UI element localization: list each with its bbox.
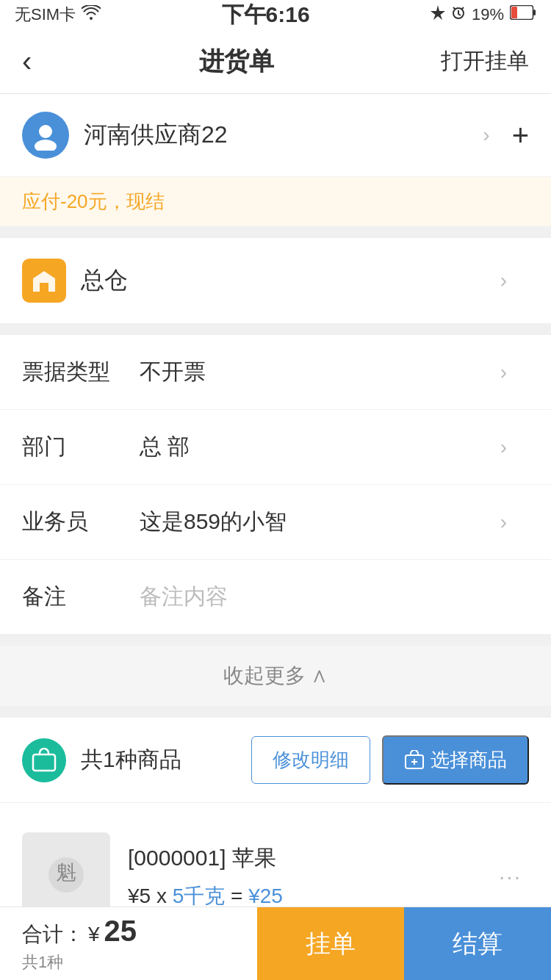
select-product-label: 选择商品 xyxy=(431,747,507,773)
product-section: 共1种商品 修改明细 选择商品 魁 [0000001] 苹果 ¥5 xyxy=(0,718,551,938)
svg-rect-6 xyxy=(40,283,48,292)
back-button[interactable]: ‹ xyxy=(22,45,32,78)
invoice-type-value: 不开票 xyxy=(125,357,500,387)
checkout-button[interactable]: 结算 xyxy=(404,907,551,980)
remark-row[interactable]: 备注 备注内容 xyxy=(0,559,551,634)
department-chevron-icon: › xyxy=(500,436,507,459)
page-title: 进货单 xyxy=(199,45,274,79)
form-section: 票据类型 不开票 › 部门 总 部 › 业务员 这是859的小智 › 备注 备注… xyxy=(0,335,551,634)
notice-text: 应付-20元，现结 xyxy=(22,190,165,212)
supplier-chevron-icon: › xyxy=(483,123,489,147)
invoice-type-row[interactable]: 票据类型 不开票 › xyxy=(0,335,551,409)
invoice-type-chevron-icon: › xyxy=(500,361,507,384)
wifi-icon xyxy=(82,5,101,24)
product-price: ¥5 x 5千克 = ¥25 xyxy=(128,882,491,910)
total-label: 合计： xyxy=(22,920,84,948)
salesperson-label: 业务员 xyxy=(22,507,125,537)
product-total: ¥25 xyxy=(248,884,283,907)
status-left: 无SIM卡 xyxy=(15,4,101,26)
product-count: 共1种商品 xyxy=(81,745,251,775)
warehouse-chevron-icon: › xyxy=(500,269,507,292)
status-time: 下午6:16 xyxy=(222,0,310,30)
product-name: [0000001] 苹果 xyxy=(128,843,491,873)
product-more-button[interactable]: ··· xyxy=(491,857,529,896)
add-button[interactable]: + xyxy=(512,119,529,152)
status-right: 19% xyxy=(431,5,536,24)
supplier-row[interactable]: 河南供应商22 › + xyxy=(0,94,551,177)
product-info: [0000001] 苹果 ¥5 x 5千克 = ¥25 xyxy=(128,843,491,910)
svg-rect-3 xyxy=(533,10,536,15)
total-amount: 25 xyxy=(104,915,137,948)
invoice-type-label: 票据类型 xyxy=(22,357,125,387)
remark-value: 备注内容 xyxy=(125,582,529,612)
svg-point-5 xyxy=(35,140,57,151)
svg-rect-2 xyxy=(511,7,517,18)
remark-label: 备注 xyxy=(22,582,125,612)
department-label: 部门 xyxy=(22,432,125,462)
battery-text: 19% xyxy=(472,5,504,24)
total-currency: ¥ xyxy=(88,923,100,946)
warehouse-icon xyxy=(22,259,66,303)
salesperson-chevron-icon: › xyxy=(500,511,507,534)
carrier-text: 无SIM卡 xyxy=(15,4,76,26)
open-pending-button[interactable]: 打开挂单 xyxy=(441,46,529,76)
supplier-avatar xyxy=(22,112,69,159)
total-sub: 共1种 xyxy=(22,951,235,973)
warehouse-section: 总仓 › xyxy=(0,238,551,323)
status-bar: 无SIM卡 下午6:16 19% xyxy=(0,0,551,29)
svg-rect-7 xyxy=(33,754,55,771)
alarm-icon xyxy=(451,5,466,24)
warehouse-name: 总仓 xyxy=(81,264,500,297)
collapse-button[interactable]: 收起更多 ∧ xyxy=(0,646,551,706)
battery-icon xyxy=(510,5,536,24)
edit-detail-button[interactable]: 修改明细 xyxy=(251,736,370,784)
total-main: 合计： ¥ 25 xyxy=(22,915,235,948)
location-icon xyxy=(431,5,445,24)
notice-bar: 应付-20元，现结 xyxy=(0,177,551,226)
salesperson-value: 这是859的小智 xyxy=(125,507,500,537)
department-value: 总 部 xyxy=(125,432,500,462)
product-quantity: 5千克 xyxy=(173,884,226,907)
svg-point-4 xyxy=(39,125,52,138)
department-row[interactable]: 部门 总 部 › xyxy=(0,409,551,484)
svg-text:魁: 魁 xyxy=(56,861,76,884)
salesperson-row[interactable]: 业务员 这是859的小智 › xyxy=(0,484,551,559)
supplier-section: 河南供应商22 › + 应付-20元，现结 xyxy=(0,94,551,226)
bottom-bar: 合计： ¥ 25 共1种 挂单 结算 xyxy=(0,907,551,980)
product-header: 共1种商品 修改明细 选择商品 xyxy=(0,718,551,803)
product-cart-icon xyxy=(22,738,66,782)
hang-button[interactable]: 挂单 xyxy=(257,907,404,980)
total-area: 合计： ¥ 25 共1种 xyxy=(0,907,257,980)
nav-bar: ‹ 进货单 打开挂单 xyxy=(0,29,551,94)
select-product-button[interactable]: 选择商品 xyxy=(382,735,529,785)
supplier-name: 河南供应商22 xyxy=(84,119,483,151)
warehouse-row[interactable]: 总仓 › xyxy=(0,238,551,323)
